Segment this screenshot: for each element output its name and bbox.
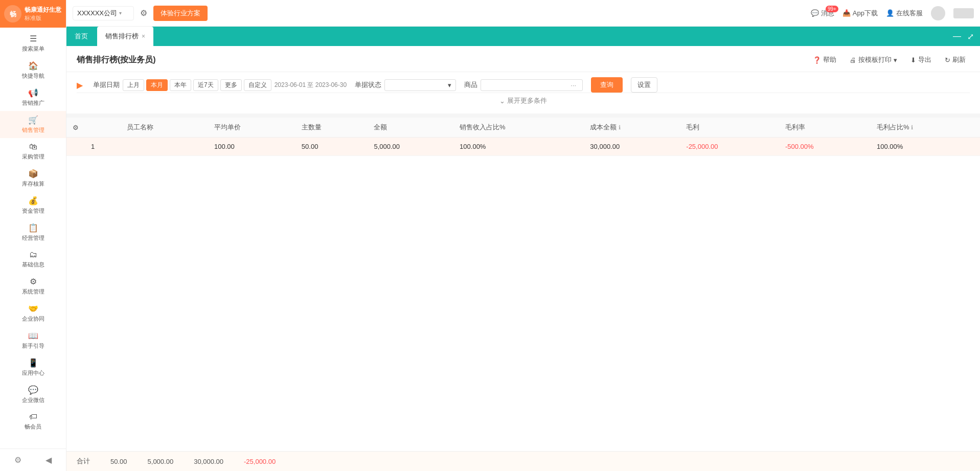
sidebar-label-sales: 销售管理 <box>22 126 44 134</box>
purchase-icon: 🛍 <box>29 142 37 151</box>
col-main-qty: 主数量 <box>295 118 368 138</box>
sales-icon: 🛒 <box>28 115 38 125</box>
date-btn-7days[interactable]: 近7天 <box>193 79 218 91</box>
cost-amount-info-icon: ℹ <box>619 124 621 130</box>
sidebar-label-inventory: 库存核算 <box>22 180 44 188</box>
page-content: 销售排行榜(按业务员) ❓ 帮助 🖨 按模板打印 ▾ ⬇ 导出 ↻ 刷新 <box>66 46 980 471</box>
newbie-guide-icon: 📖 <box>28 331 38 341</box>
sidebar-item-enterprise-wechat[interactable]: 💬 企业微信 <box>0 381 66 408</box>
quick-nav-icon: 🏠 <box>28 61 38 71</box>
export-icon: ⬇ <box>910 56 916 64</box>
col-index <box>85 118 121 138</box>
sidebar-item-sales[interactable]: 🛒 销售管理 <box>0 111 66 138</box>
sidebar-label-quick-nav: 快捷导航 <box>22 72 44 80</box>
sidebar-item-basic-info[interactable]: 🗂 基础信息 <box>0 246 66 273</box>
cell-gross-rate: -500.00% <box>779 138 871 156</box>
total-cost-value: 30,000.00 <box>194 458 223 465</box>
sidebar-item-purchase[interactable]: 🛍 采购管理 <box>0 138 66 165</box>
refresh-icon: ↻ <box>945 56 950 64</box>
company-selector[interactable]: XXXXXX公司 ▾ <box>73 6 134 20</box>
date-btn-prev-month[interactable]: 上月 <box>123 79 144 91</box>
main-content: XXXXXX公司 ▾ ⚙ 体验行业方案 💬 消息 99+ 📥 App下载 👤 在… <box>66 0 980 471</box>
cell-cost-amount: 30,000.00 <box>584 138 680 156</box>
message-icon: 💬 <box>811 9 819 17</box>
service-icon: 👤 <box>886 9 894 17</box>
sidebar-item-member[interactable]: 🏷 畅会员 <box>0 408 66 435</box>
enterprise-wechat-icon: 💬 <box>28 385 38 395</box>
sidebar-item-operations[interactable]: 📋 经营管理 <box>0 219 66 246</box>
company-name: XXXXXX公司 <box>77 9 117 18</box>
app-download-btn[interactable]: 📥 App下载 <box>842 9 878 18</box>
sidebar-settings-btn[interactable]: ⚙ <box>12 453 24 467</box>
message-badge: 99+ <box>826 6 838 12</box>
tab-close-icon[interactable]: × <box>142 33 145 40</box>
date-btn-custom[interactable]: 自定义 <box>244 79 271 91</box>
enterprise-collab-icon: 🤝 <box>28 304 38 313</box>
date-btn-more[interactable]: 更多 <box>220 79 242 91</box>
sidebar-label-finance: 资金管理 <box>22 207 44 215</box>
template-print-btn[interactable]: 🖨 按模板打印 ▾ <box>846 53 901 66</box>
filter-expand-arrow[interactable]: ▶ <box>77 80 83 90</box>
topbar-gear-btn[interactable]: ⚙ <box>138 6 149 20</box>
sidebar-label-enterprise-wechat: 企业微信 <box>22 396 44 404</box>
refresh-btn[interactable]: ↻ 刷新 <box>941 53 970 66</box>
tab-minimize-btn[interactable]: — <box>953 32 961 41</box>
sidebar-collapse-btn[interactable]: ◀ <box>43 453 54 467</box>
sidebar-item-finance[interactable]: 💰 资金管理 <box>0 192 66 219</box>
cell-main-qty: 50.00 <box>295 138 368 156</box>
status-label: 单据状态 <box>355 80 381 89</box>
sidebar-item-quick-nav[interactable]: 🏠 快捷导航 <box>0 57 66 84</box>
goods-label: 商品 <box>464 80 477 89</box>
cell-amount: 5,000.00 <box>368 138 453 156</box>
operations-icon: 📋 <box>28 223 38 233</box>
date-btn-current-month[interactable]: 本月 <box>146 79 168 91</box>
settings-btn[interactable]: 设置 <box>631 77 657 93</box>
total-label: 合计 <box>77 457 90 466</box>
goods-input-dots[interactable]: ··· <box>568 81 578 89</box>
sidebar-item-enterprise-collab[interactable]: 🤝 企业协同 <box>0 300 66 327</box>
export-btn[interactable]: ⬇ 导出 <box>906 53 936 66</box>
date-label: 单据日期 <box>93 80 120 89</box>
total-bar: 合计 50.00 5,000.00 30,000.00 -25,000.00 <box>66 451 980 471</box>
sidebar-label-marketing: 营销推广 <box>22 99 44 107</box>
goods-filter-group: 商品 ··· <box>464 79 583 91</box>
sidebar-item-marketing[interactable]: 📢 营销推广 <box>0 84 66 111</box>
help-btn[interactable]: ❓ 帮助 <box>809 53 840 66</box>
inventory-icon: 📦 <box>28 169 38 178</box>
sidebar-item-inventory[interactable]: 📦 库存核算 <box>0 165 66 192</box>
sidebar-item-system[interactable]: ⚙ 系统管理 <box>0 273 66 300</box>
table-header-row: ⚙ 员工名称 平均单价 主数量 全额 销售收入占比% 成本全额 ℹ 毛利 毛利率 <box>66 118 980 138</box>
sidebar-item-newbie-guide[interactable]: 📖 新手引导 <box>0 327 66 354</box>
sidebar-item-search-orders[interactable]: ☰ 搜索菜单 <box>0 30 66 57</box>
goods-input[interactable]: ··· <box>481 79 583 91</box>
col-settings[interactable]: ⚙ <box>66 118 85 138</box>
online-service-btn[interactable]: 👤 在线客服 <box>886 9 923 18</box>
query-btn[interactable]: 查询 <box>591 77 623 93</box>
sidebar-item-app-center[interactable]: 📱 应用中心 <box>0 354 66 381</box>
gross-pct-info-icon: ℹ <box>911 124 913 130</box>
status-select[interactable]: ▾ <box>384 79 456 91</box>
tab-home[interactable]: 首页 <box>66 27 96 46</box>
trial-btn[interactable]: 体验行业方案 <box>153 6 208 21</box>
expand-row: ⌄ 展开更多条件 <box>77 93 970 108</box>
total-cost: 30,000.00 <box>194 458 223 465</box>
message-btn[interactable]: 💬 消息 99+ <box>811 9 834 18</box>
date-buttons: 上月 本月 本年 近7天 更多 自定义 <box>123 79 271 91</box>
expand-down-icon: ⌄ <box>499 97 505 105</box>
expand-more-btn[interactable]: ⌄ 展开更多条件 <box>499 96 547 105</box>
tab-sales-ranking[interactable]: 销售排行榜 × <box>97 27 153 46</box>
sidebar-label-operations: 经营管理 <box>22 234 44 242</box>
total-main-qty-value: 50.00 <box>110 458 127 465</box>
data-table: ⚙ 员工名称 平均单价 主数量 全额 销售收入占比% 成本全额 ℹ 毛利 毛利率 <box>66 118 980 156</box>
total-amount-value: 5,000.00 <box>148 458 174 465</box>
tab-maximize-btn[interactable]: ⤢ <box>967 32 974 41</box>
date-btn-current-year[interactable]: 本年 <box>170 79 191 91</box>
cell-avg-price: 100.00 <box>208 138 295 156</box>
topbar: XXXXXX公司 ▾ ⚙ 体验行业方案 💬 消息 99+ 📥 App下载 👤 在… <box>66 0 980 27</box>
template-print-chevron: ▾ <box>894 56 897 64</box>
download-icon: 📥 <box>842 9 851 17</box>
finance-icon: 💰 <box>28 196 38 206</box>
print-icon: 🖨 <box>850 56 856 64</box>
user-avatar[interactable] <box>931 6 945 20</box>
user-name <box>953 8 974 18</box>
